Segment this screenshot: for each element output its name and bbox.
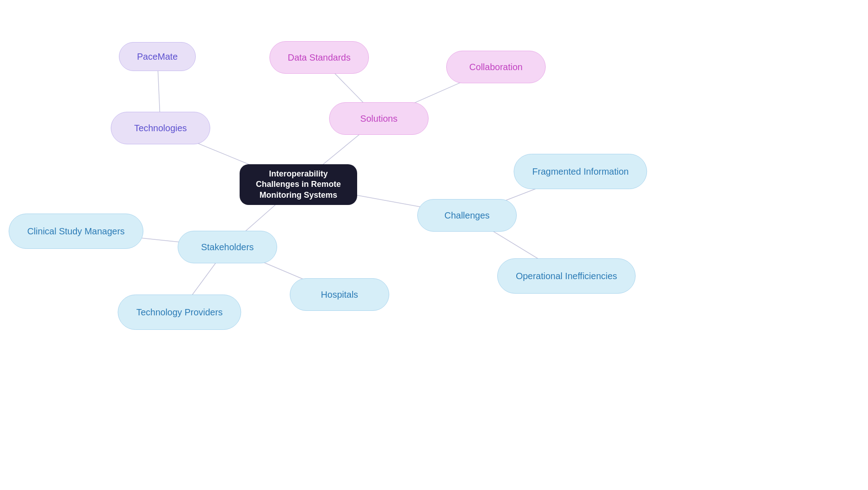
challenges-node[interactable]: Challenges: [417, 199, 517, 232]
pacemate-label: PaceMate: [137, 52, 178, 62]
operational-node[interactable]: Operational Inefficiencies: [497, 258, 636, 294]
technologies-node[interactable]: Technologies: [111, 112, 210, 144]
fragmented-node[interactable]: Fragmented Information: [514, 154, 647, 189]
challenges-label: Challenges: [444, 210, 490, 221]
center-node[interactable]: Interoperability Challenges in Remote Mo…: [240, 164, 357, 205]
technologies-label: Technologies: [134, 123, 187, 133]
hospitals-label: Hospitals: [321, 290, 358, 300]
stakeholders-node[interactable]: Stakeholders: [178, 231, 277, 263]
hospitals-node[interactable]: Hospitals: [290, 278, 389, 311]
stakeholders-label: Stakeholders: [201, 242, 254, 252]
pacemate-node[interactable]: PaceMate: [119, 42, 196, 71]
tech-providers-node[interactable]: Technology Providers: [118, 295, 241, 330]
data-standards-label: Data Standards: [288, 52, 351, 63]
collaboration-label: Collaboration: [469, 62, 523, 72]
tech-providers-label: Technology Providers: [136, 307, 222, 318]
fragmented-label: Fragmented Information: [532, 167, 628, 177]
solutions-node[interactable]: Solutions: [329, 102, 429, 135]
clinical-label: Clinical Study Managers: [27, 226, 125, 237]
solutions-label: Solutions: [360, 114, 397, 124]
data-standards-node[interactable]: Data Standards: [269, 41, 369, 74]
collaboration-node[interactable]: Collaboration: [446, 51, 546, 83]
clinical-node[interactable]: Clinical Study Managers: [9, 214, 143, 249]
operational-label: Operational Inefficiencies: [516, 271, 617, 281]
center-label: Interoperability Challenges in Remote Mo…: [249, 169, 348, 200]
